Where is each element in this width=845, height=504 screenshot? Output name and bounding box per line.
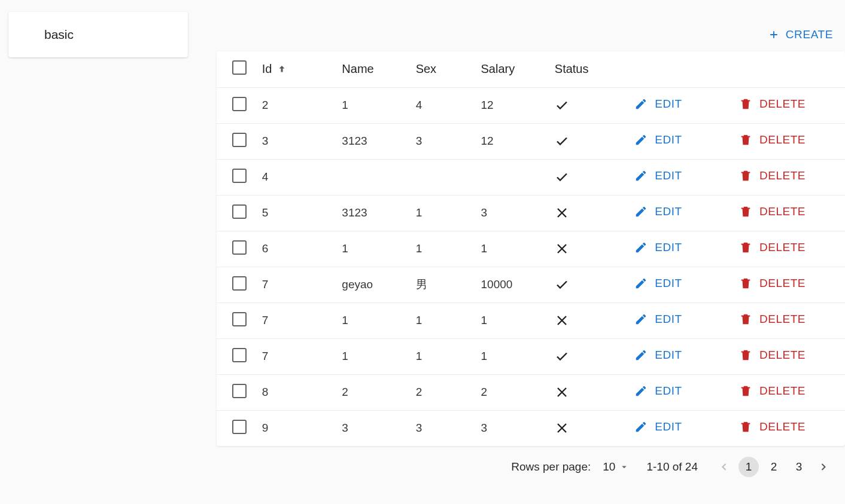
pencil-icon bbox=[634, 384, 648, 398]
cell-sex: 1 bbox=[416, 242, 423, 255]
edit-button[interactable]: EDIT bbox=[634, 97, 682, 111]
column-header-name[interactable]: Name bbox=[342, 62, 373, 75]
edit-button-label: EDIT bbox=[655, 277, 682, 290]
row-checkbox[interactable] bbox=[232, 384, 247, 398]
cell-sex: 男 bbox=[416, 278, 427, 291]
table-row: 7111EDITDELETE bbox=[217, 338, 845, 374]
cell-salary: 12 bbox=[481, 99, 494, 111]
edit-button-label: EDIT bbox=[655, 133, 682, 146]
select-all-checkbox[interactable] bbox=[232, 60, 247, 75]
trash-icon bbox=[739, 169, 752, 182]
edit-button[interactable]: EDIT bbox=[634, 169, 682, 182]
cell-name: 1 bbox=[342, 242, 348, 255]
trash-icon bbox=[739, 205, 752, 218]
trash-icon bbox=[739, 384, 752, 398]
edit-button[interactable]: EDIT bbox=[634, 349, 682, 362]
cell-id: 2 bbox=[262, 99, 269, 111]
cell-id: 7 bbox=[262, 314, 269, 326]
page-number-2[interactable]: 2 bbox=[764, 457, 784, 477]
cross-icon bbox=[555, 385, 625, 399]
row-checkbox[interactable] bbox=[232, 420, 247, 434]
page-number-3[interactable]: 3 bbox=[789, 457, 809, 477]
delete-button-label: DELETE bbox=[759, 169, 806, 182]
toolbar: CREATE bbox=[217, 18, 845, 51]
page-number-1[interactable]: 1 bbox=[738, 457, 759, 477]
delete-button[interactable]: DELETE bbox=[739, 313, 806, 326]
cell-salary: 1 bbox=[481, 314, 488, 326]
row-checkbox[interactable] bbox=[232, 169, 247, 183]
delete-button-label: DELETE bbox=[759, 97, 806, 111]
row-checkbox[interactable] bbox=[232, 133, 247, 147]
column-header-id[interactable]: Id bbox=[262, 62, 288, 76]
edit-button-label: EDIT bbox=[655, 241, 682, 254]
row-checkbox[interactable] bbox=[232, 204, 247, 219]
column-header-status[interactable]: Status bbox=[555, 62, 589, 75]
cell-name: 3123 bbox=[342, 206, 367, 219]
pencil-icon bbox=[634, 133, 648, 146]
check-icon bbox=[555, 170, 625, 184]
table-row: 5312313EDITDELETE bbox=[217, 195, 845, 231]
row-checkbox[interactable] bbox=[232, 240, 247, 255]
cross-icon bbox=[555, 313, 625, 328]
pencil-icon bbox=[634, 313, 648, 326]
delete-button-label: DELETE bbox=[759, 384, 806, 398]
delete-button[interactable]: DELETE bbox=[739, 241, 806, 254]
delete-button[interactable]: DELETE bbox=[739, 169, 806, 182]
trash-icon bbox=[739, 97, 752, 111]
cell-name: geyao bbox=[342, 278, 373, 291]
column-header-sex[interactable]: Sex bbox=[416, 62, 436, 75]
create-button[interactable]: CREATE bbox=[768, 28, 833, 41]
table-row: 7geyao男10000EDITDELETE bbox=[217, 267, 845, 303]
delete-button[interactable]: DELETE bbox=[739, 384, 806, 398]
edit-button-label: EDIT bbox=[655, 384, 682, 398]
edit-button[interactable]: EDIT bbox=[634, 277, 682, 290]
cross-icon bbox=[555, 421, 625, 435]
cell-sex: 1 bbox=[416, 350, 423, 362]
delete-button[interactable]: DELETE bbox=[739, 420, 806, 433]
data-table: Id Name Sex Salary Status bbox=[217, 51, 845, 446]
sidebar-title: basic bbox=[44, 28, 74, 41]
edit-button-label: EDIT bbox=[655, 349, 682, 362]
pencil-icon bbox=[634, 205, 648, 218]
cell-name: 3 bbox=[342, 421, 348, 434]
delete-button[interactable]: DELETE bbox=[739, 277, 806, 290]
table-header-row: Id Name Sex Salary Status bbox=[217, 51, 845, 87]
row-checkbox[interactable] bbox=[232, 97, 247, 111]
trash-icon bbox=[739, 420, 752, 433]
chevron-right-icon bbox=[817, 461, 829, 473]
check-icon bbox=[555, 277, 625, 292]
cell-name: 1 bbox=[342, 99, 348, 111]
row-checkbox[interactable] bbox=[232, 276, 247, 291]
cell-name: 1 bbox=[342, 314, 348, 326]
rows-per-page-select[interactable]: 10 bbox=[603, 460, 630, 474]
sidebar-card[interactable]: basic bbox=[8, 12, 188, 57]
pencil-icon bbox=[634, 277, 648, 290]
table-row: 8222EDITDELETE bbox=[217, 374, 845, 410]
cell-salary: 12 bbox=[481, 135, 494, 147]
trash-icon bbox=[739, 133, 752, 146]
delete-button[interactable]: DELETE bbox=[739, 349, 806, 362]
edit-button[interactable]: EDIT bbox=[634, 420, 682, 433]
cell-salary: 3 bbox=[481, 421, 488, 434]
row-checkbox[interactable] bbox=[232, 348, 247, 362]
cell-salary: 10000 bbox=[481, 278, 513, 291]
next-page-button[interactable] bbox=[814, 457, 833, 476]
prev-page-button[interactable] bbox=[715, 457, 734, 476]
column-header-salary[interactable]: Salary bbox=[481, 62, 515, 75]
edit-button[interactable]: EDIT bbox=[634, 313, 682, 326]
trash-icon bbox=[739, 313, 752, 326]
delete-button[interactable]: DELETE bbox=[739, 205, 806, 218]
row-checkbox[interactable] bbox=[232, 312, 247, 326]
edit-button[interactable]: EDIT bbox=[634, 133, 682, 146]
edit-button[interactable]: EDIT bbox=[634, 241, 682, 254]
delete-button-label: DELETE bbox=[759, 420, 806, 433]
edit-button[interactable]: EDIT bbox=[634, 384, 682, 398]
delete-button[interactable]: DELETE bbox=[739, 133, 806, 146]
edit-button[interactable]: EDIT bbox=[634, 205, 682, 218]
delete-button[interactable]: DELETE bbox=[739, 97, 806, 111]
table-row: 33123312EDITDELETE bbox=[217, 123, 845, 159]
delete-button-label: DELETE bbox=[759, 241, 806, 254]
cell-id: 5 bbox=[262, 206, 269, 219]
cell-name: 3123 bbox=[342, 135, 367, 147]
column-header-id-label: Id bbox=[262, 62, 272, 76]
